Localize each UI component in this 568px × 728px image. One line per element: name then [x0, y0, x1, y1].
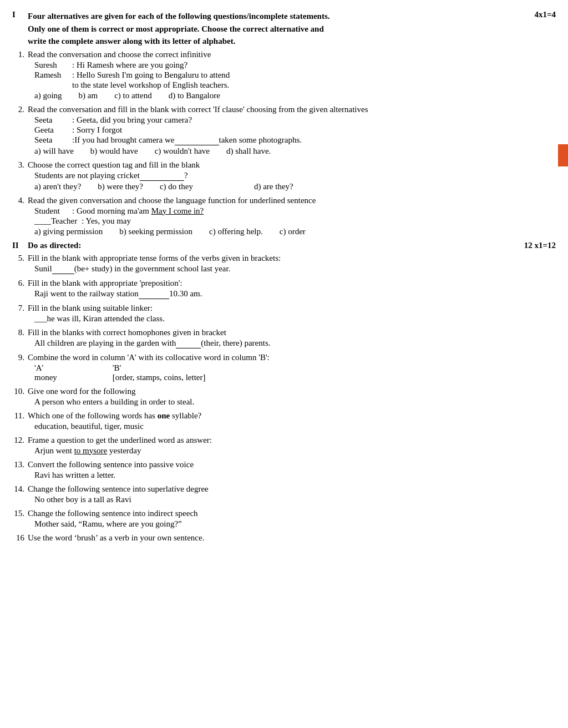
q12-num: 12. — [12, 436, 24, 445]
section-i-title-line1: Four alternatives are given for each of … — [28, 10, 534, 23]
q12-sentence: Arjun went to mysore yesterday — [34, 446, 556, 456]
q8-post: (their, there) parents. — [201, 338, 270, 347]
q4-text: Read the given conversation and choose t… — [28, 196, 556, 205]
question-2: 2. Read the conversation and fill in the… — [12, 105, 556, 156]
q2-geeta-line: : Sorry I forgot — [72, 125, 556, 135]
q11-text: Which one of the following words has one… — [28, 411, 556, 421]
question-3: 3. Choose the correct question tag and f… — [12, 160, 556, 191]
q6-pre: Raji went to the railway station — [34, 289, 139, 298]
q6-sentence: Raji went to the railway station 10.30 a… — [34, 289, 556, 299]
question-4: 4. Read the given conversation and choos… — [12, 196, 556, 236]
q16-text: Use the word ‘brush’ as a verb in your o… — [28, 533, 556, 543]
q1-opt-a: a) going — [34, 91, 62, 100]
q8-sentence: All children are playing in the garden w… — [34, 338, 556, 348]
q7-num: 7. — [12, 304, 24, 313]
question-10: 10. Give one word for the following A pe… — [12, 387, 556, 407]
q1-ramesh-line2: to the state level workshop of English t… — [72, 80, 556, 90]
q11-sentence: education, beautiful, tiger, music — [34, 422, 556, 431]
q4-opt-c: c) offering help. — [209, 227, 263, 236]
q3-blank — [140, 171, 184, 181]
q15-sentence: Mother said, “Ramu, where are you going?… — [34, 519, 556, 529]
q14-text: Change the following sentence into super… — [28, 484, 556, 494]
q16-num: 16 — [12, 533, 24, 543]
question-12: 12. Frame a question to get the underlin… — [12, 436, 556, 456]
q5-pre: Sunil — [34, 264, 52, 273]
q2-seeta1-label: Seeta — [34, 115, 68, 125]
section-ii-marks: 12 x1=12 — [524, 241, 556, 250]
q2-seeta2-label: Seeta — [34, 135, 68, 145]
q6-post: 10.30 am. — [169, 289, 202, 298]
q10-text: Give one word for the following — [28, 387, 556, 396]
q1-num: 1. — [12, 50, 24, 59]
q5-num: 5. — [12, 254, 24, 263]
q14-sentence: No other boy is a tall as Ravi — [34, 495, 556, 504]
q2-opt-d: d) shall have. — [226, 146, 271, 156]
q4-student-label: Student — [34, 206, 68, 216]
q5-sentence: Sunil (be+ study) in the government scho… — [34, 264, 556, 274]
question-5: 5. Fill in the blank with appropriate te… — [12, 254, 556, 274]
q2-seeta1-line: : Geeta, did you bring your camera? — [72, 115, 556, 125]
q2-opt-a: a) will have — [34, 146, 74, 156]
section-i-title-line2: Only one of them is correct or most appr… — [28, 23, 534, 36]
q15-text: Change the following sentence into indir… — [28, 509, 556, 518]
q4-student-line-text: : Good morning ma'am — [72, 206, 149, 215]
q6-num: 6. — [12, 279, 24, 288]
q3-sentence-pre: Students are not playing cricket — [34, 171, 140, 180]
q11-text-pre: Which one of the following words has — [28, 411, 155, 420]
q4-student-underline: May I come in? — [151, 206, 204, 215]
q4-teacher-line: : Yes, you may — [82, 216, 556, 226]
q7-text: Fill in the blank using suitable linker: — [28, 304, 556, 313]
question-15: 15. Change the following sentence into i… — [12, 509, 556, 529]
section-ii-title: Do as directed: — [28, 241, 81, 250]
q4-opt-b: b) seeking permission — [119, 227, 192, 236]
section-ii-header: II Do as directed: 12 x1=12 — [12, 241, 556, 250]
q4-student-line: : Good morning ma'am May I come in? — [72, 206, 556, 216]
question-7: 7. Fill in the blank using suitable link… — [12, 304, 556, 323]
question-9: 9. Combine the word in column 'A' with i… — [12, 353, 556, 382]
q4-num: 4. — [12, 196, 24, 205]
section-i-header: I Four alternatives are given for each o… — [12, 10, 556, 48]
question-6: 6. Fill in the blank with appropriate 'p… — [12, 279, 556, 299]
q6-blank — [139, 289, 169, 299]
q3-num: 3. — [12, 160, 24, 170]
bookmark-decoration — [558, 144, 568, 166]
q5-text: Fill in the blank with appropriate tense… — [28, 254, 556, 263]
q3-sentence: Students are not playing cricket ? — [34, 171, 556, 181]
q1-ramesh-line1: : Hello Suresh I'm going to Bengaluru to… — [72, 70, 556, 80]
q9-col-b-header: 'B' — [113, 363, 206, 373]
q3-sentence-post: ? — [184, 171, 188, 180]
q2-opt-b: b) would have — [90, 146, 138, 156]
q10-num: 10. — [12, 387, 24, 396]
q8-blank — [176, 338, 201, 348]
q12-underline: to mysore — [74, 446, 108, 455]
q3-opt-d: d) are they? — [254, 182, 293, 191]
q5-post: (be+ study) in the government school las… — [74, 264, 231, 273]
q4-teacher-label: ____Teacher — [34, 216, 77, 226]
q1-suresh-label: Suresh — [34, 60, 68, 70]
q7-sentence: ___he was ill, Kiran attended the class. — [34, 314, 556, 323]
q4-opt-a: a) giving permission — [34, 227, 103, 236]
question-1: 1. Read the conversation and choose the … — [12, 50, 556, 100]
q1-ramesh-label: Ramesh — [34, 70, 68, 80]
question-8: 8. Fill in the blanks with correct homop… — [12, 328, 556, 348]
section-i-title-line3: write the complete answer along with its… — [28, 35, 534, 48]
q11-bold-word: one — [158, 411, 170, 420]
q8-pre: All children are playing in the garden w… — [34, 338, 176, 347]
q9-col-b-val: [order, stamps, coins, letter] — [113, 373, 206, 382]
q2-seeta2-pre: :If you had brought camera we — [72, 135, 175, 144]
q5-blank — [52, 264, 74, 274]
q1-suresh-line: : Hi Ramesh where are you going? — [72, 60, 556, 70]
q2-seeta2-line: :If you had brought camera we taken some… — [72, 135, 556, 145]
q9-col-a-val: money — [34, 373, 57, 382]
q9-num: 9. — [12, 353, 24, 362]
q9-col-b: 'B' [order, stamps, coins, letter] — [113, 363, 206, 382]
q2-num: 2. — [12, 105, 24, 114]
question-11: 11. Which one of the following words has… — [12, 411, 556, 431]
question-16: 16 Use the word ‘brush’ as a verb in you… — [12, 533, 556, 543]
section-ii-roman: II — [12, 241, 21, 250]
section-i-roman: I — [12, 10, 21, 48]
question-14: 14. Change the following sentence into s… — [12, 484, 556, 504]
q3-text: Choose the correct question tag and fill… — [28, 160, 556, 170]
q9-col-a-header: 'A' — [34, 363, 57, 373]
q11-text2: syllable? — [172, 411, 201, 420]
